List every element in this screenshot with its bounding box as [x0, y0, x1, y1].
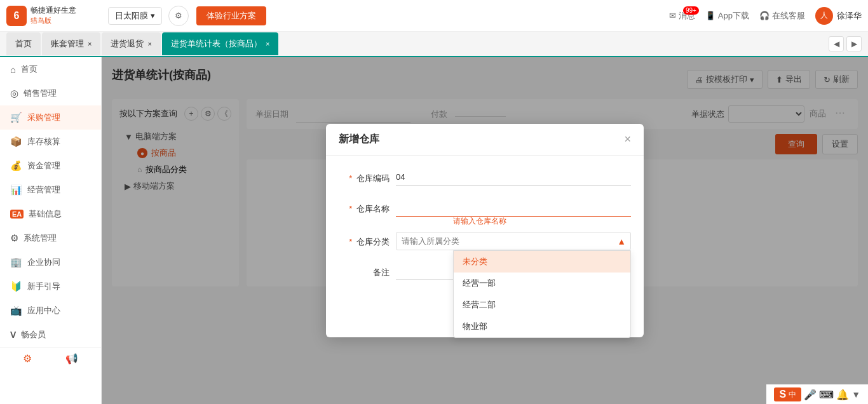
sidebar-item-member[interactable]: V 畅会员 — [0, 323, 101, 347]
sidebar-label-operation: 经营管理 — [27, 184, 60, 196]
store-dropdown-icon: ▾ — [151, 11, 155, 20]
sidebar-footer: ⚙ 📢 — [0, 347, 101, 370]
tab-bar: 首页 账套管理 × 进货退货 × 进货单统计表（按商品） × ◀ ▶ — [0, 32, 868, 57]
sidebar-label-home: 首页 — [21, 64, 37, 75]
form-row-name: * 仓库名称 请输入仓库名称 — [339, 199, 631, 219]
sidebar-item-basic[interactable]: EA 基础信息 — [0, 202, 101, 226]
app-download-button[interactable]: 📱 App下载 — [705, 10, 749, 22]
sidebar-label-finance: 资金管理 — [27, 160, 60, 172]
guide-icon: 🔰 — [10, 281, 22, 292]
sidebar-item-sales[interactable]: ◎ 销售管理 — [0, 81, 101, 105]
system-icon: ⚙ — [10, 232, 18, 244]
note-label: 备注 — [339, 262, 396, 283]
operation-icon: 📊 — [10, 184, 22, 196]
brand-s-icon: S — [779, 389, 786, 400]
code-label: * 仓库编码 — [339, 168, 396, 189]
form-row-category: * 仓库分类 ▲ 未分类 经 — [339, 232, 631, 252]
sales-icon: ◎ — [10, 88, 18, 99]
basic-icon: EA — [10, 210, 24, 219]
experience-button[interactable]: 体验行业方案 — [196, 6, 266, 25]
logo-sub: 猎鸟版 — [31, 16, 76, 25]
name-input[interactable] — [396, 199, 631, 217]
sidebar-item-home[interactable]: ⌂ 首页 — [0, 57, 101, 81]
name-error-message: 请输入仓库名称 — [453, 216, 506, 227]
accounts-tab-label: 账套管理 — [51, 38, 84, 50]
code-input[interactable] — [396, 168, 631, 186]
sidebar-item-purchase[interactable]: 🛒 采购管理 — [0, 105, 101, 130]
top-right: ✉ 消息 99+ 📱 App下载 🎧 在线客服 人 徐泽华 — [669, 7, 862, 25]
tab-stats[interactable]: 进货单统计表（按商品） × — [162, 32, 278, 55]
inventory-icon: 📦 — [10, 136, 22, 147]
home-icon: ⌂ — [10, 64, 16, 75]
sidebar-item-operation[interactable]: 📊 经营管理 — [0, 178, 101, 202]
store-selector[interactable]: 日太阳膜 ▾ — [108, 7, 162, 25]
keyboard-icon[interactable]: ⌨ — [819, 389, 834, 401]
message-button[interactable]: ✉ 消息 99+ — [669, 10, 695, 22]
sidebar-item-guide[interactable]: 🔰 新手引导 — [0, 274, 101, 299]
modal-close-button[interactable]: × — [624, 133, 631, 146]
avatar: 人 — [815, 7, 833, 25]
status-bar: S 中 🎤 ⌨ 🔔 ▼ — [766, 384, 868, 404]
phone-icon: 📱 — [705, 11, 715, 20]
dropdown-item-none[interactable]: 未分类 — [454, 251, 630, 273]
sidebar-speaker-icon[interactable]: 📢 — [65, 353, 78, 365]
brand-label: 中 — [789, 389, 796, 400]
return-tab-label: 进货退货 — [111, 38, 144, 50]
logo-area: 6 畅捷通好生意 猎鸟版 — [6, 6, 102, 26]
content-area: 进货单统计(按商品) 🖨 按模板打印 ▾ ⬆ 导出 ↻ 刷新 — [102, 57, 868, 404]
store-name: 日太阳膜 — [115, 10, 148, 22]
message-icon: ✉ — [669, 11, 676, 20]
sidebar-label-appcenter: 应用中心 — [27, 305, 60, 316]
modal-title: 新增仓库 — [339, 133, 379, 146]
user-name: 徐泽华 — [837, 10, 862, 22]
category-dropdown: 未分类 经营一部 经营二部 物业部 — [453, 250, 631, 338]
sidebar-item-enterprise[interactable]: 🏢 企业协同 — [0, 250, 101, 274]
sidebar-item-system[interactable]: ⚙ 系统管理 — [0, 226, 101, 250]
mic-icon[interactable]: 🎤 — [804, 389, 817, 401]
tab-home[interactable]: 首页 — [6, 32, 41, 55]
sidebar-label-basic: 基础信息 — [29, 208, 62, 220]
modal-new-warehouse: 新增仓库 × * 仓库编码 * — [326, 124, 644, 337]
tab-return[interactable]: 进货退货 × — [102, 32, 160, 55]
sidebar-label-system: 系统管理 — [24, 232, 57, 244]
tab-accounts[interactable]: 账套管理 × — [42, 32, 100, 55]
modal-body: * 仓库编码 * 仓库名称 请输入仓库名称 — [326, 156, 644, 299]
tab-nav-buttons: ◀ ▶ — [829, 36, 862, 51]
enterprise-icon: 🏢 — [10, 257, 22, 268]
member-icon: V — [10, 330, 16, 340]
tab-next-button[interactable]: ▶ — [846, 36, 862, 51]
sidebar-label-sales: 销售管理 — [24, 88, 57, 99]
sidebar-item-inventory[interactable]: 📦 库存核算 — [0, 130, 101, 154]
top-actions: ⚙ 体验行业方案 — [168, 6, 266, 26]
accounts-tab-close[interactable]: × — [88, 40, 92, 48]
modal-overlay[interactable]: 新增仓库 × * 仓库编码 * — [102, 57, 868, 404]
stats-tab-close[interactable]: × — [266, 40, 269, 48]
online-service-button[interactable]: 🎧 在线客服 — [759, 10, 805, 22]
settings-button[interactable]: ⚙ — [168, 6, 189, 26]
category-label: * 仓库分类 — [339, 232, 396, 252]
finance-icon: 💰 — [10, 160, 22, 172]
category-input[interactable] — [396, 232, 631, 250]
main-layout: ⌂ 首页 ◎ 销售管理 🛒 采购管理 📦 库存核算 💰 资金管理 📊 经营管理 … — [0, 57, 868, 404]
dropdown-item-ops2[interactable]: 经营二部 — [454, 294, 630, 316]
home-tab-label: 首页 — [15, 38, 32, 50]
sidebar-label-purchase: 采购管理 — [27, 112, 60, 123]
category-dropdown-icon[interactable]: ▲ — [617, 236, 626, 246]
purchase-icon: 🛒 — [10, 112, 22, 123]
sidebar-settings-icon[interactable]: ⚙ — [23, 353, 32, 365]
dropdown-item-property[interactable]: 物业部 — [454, 316, 630, 337]
bell-icon[interactable]: 🔔 — [836, 389, 849, 401]
dropdown-item-ops1[interactable]: 经营一部 — [454, 273, 630, 294]
sidebar: ⌂ 首页 ◎ 销售管理 🛒 采购管理 📦 库存核算 💰 资金管理 📊 经营管理 … — [0, 57, 102, 404]
logo-text: 畅捷通好生意 — [31, 6, 76, 16]
tab-prev-button[interactable]: ◀ — [829, 36, 844, 51]
form-row-code: * 仓库编码 — [339, 168, 631, 189]
logo-icon: 6 — [6, 6, 27, 26]
arrow-down-icon[interactable]: ▼ — [851, 389, 860, 400]
return-tab-close[interactable]: × — [147, 40, 151, 48]
sidebar-label-guide: 新手引导 — [27, 281, 60, 292]
message-badge: 99+ — [683, 6, 699, 15]
sidebar-item-appcenter[interactable]: 📺 应用中心 — [0, 299, 101, 323]
user-area[interactable]: 人 徐泽华 — [815, 7, 862, 25]
sidebar-item-finance[interactable]: 💰 资金管理 — [0, 154, 101, 178]
